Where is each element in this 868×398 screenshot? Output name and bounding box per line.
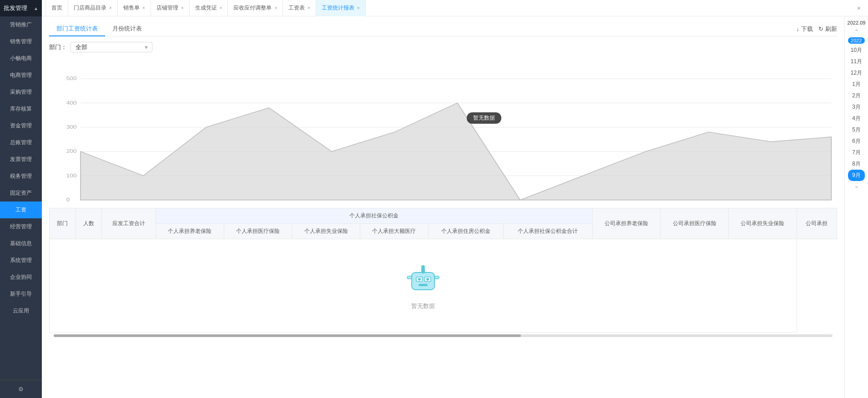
tab-label: 首页 (51, 4, 62, 12)
svg-rect-12 (412, 272, 434, 290)
download-button[interactable]: ↓ 下载 (797, 25, 813, 33)
department-select-wrapper: 全部 ▼ (71, 42, 152, 52)
month-picker-up-button[interactable]: ⌃ (854, 27, 859, 36)
sidebar-item-资金管理[interactable]: 资金管理 (0, 117, 42, 134)
sidebar-header[interactable]: 批发管理 ▲ (0, 0, 42, 16)
empty-state-icon (405, 261, 441, 297)
sidebar-item-企业协同[interactable]: 企业协同 (0, 269, 42, 286)
tab-销售单[interactable]: 销售单× (118, 0, 151, 16)
tab-label: 应收应付调整单 (233, 4, 272, 12)
table-wrapper: 部门 人数 应发工资合计 个人承担社保公积金 公司承担养老保险 公司承担医疗保险… (49, 208, 837, 333)
month-item-4月[interactable]: 4月 (848, 113, 865, 124)
month-item-5月[interactable]: 5月 (848, 124, 865, 136)
month-item-10月[interactable]: 10月 (848, 45, 865, 56)
svg-text:0: 0 (66, 196, 70, 202)
refresh-button[interactable]: ↻ 刷新 (818, 25, 837, 33)
svg-text:500: 500 (66, 75, 77, 81)
sidebar-item-云应用[interactable]: 云应用 (0, 302, 42, 319)
tab-close-icon[interactable]: × (109, 6, 112, 10)
month-item-8月[interactable]: 8月 (848, 158, 865, 170)
tab-工资统计报表[interactable]: 工资统计报表× (316, 0, 366, 16)
sidebar-item-销售管理[interactable]: 销售管理 (0, 33, 42, 50)
col-header-company-pension: 公司承担养老保险 (592, 208, 661, 239)
tab-label: 工资统计报表 (322, 4, 354, 12)
sidebar-settings-button[interactable]: ⚙ (0, 380, 42, 398)
sidebar-item-税务管理[interactable]: 税务管理 (0, 168, 42, 185)
refresh-icon: ↻ (818, 25, 823, 32)
month-items-container: 202210月11月12月1月2月3月4月5月6月7月8月9月 (848, 36, 865, 181)
svg-text:100: 100 (66, 172, 77, 179)
month-item-3月[interactable]: 3月 (848, 101, 865, 113)
tabs-bar: 首页门店商品目录×销售单×店铺管理×生成凭证×应收应付调整单×工资表×工资统计报… (42, 0, 868, 16)
svg-point-19 (421, 265, 425, 269)
sub-tab-部门工资统计表[interactable]: 部门工资统计表 (49, 22, 105, 36)
sidebar-item-基础信息[interactable]: 基础信息 (0, 235, 42, 252)
month-picker-year-label[interactable]: 2022.09 (847, 18, 867, 27)
svg-rect-21 (434, 276, 439, 279)
action-buttons: ↓ 下载 ↻ 刷新 (797, 25, 838, 33)
sidebar-item-新手引导[interactable]: 新手引导 (0, 286, 42, 302)
sidebar-items-container: 营销推广销售管理小畅电商电商管理采购管理库存核算资金管理总账管理发票管理税务管理… (0, 16, 42, 319)
month-item-7月[interactable]: 7月 (848, 147, 865, 158)
tab-label: 店铺管理 (156, 4, 178, 12)
sub-tab-月份统计表[interactable]: 月份统计表 (105, 22, 149, 36)
tab-close-icon[interactable]: × (142, 6, 145, 10)
sidebar-item-小畅电商[interactable]: 小畅电商 (0, 50, 42, 67)
settings-icon: ⚙ (18, 386, 24, 393)
tab-首页[interactable]: 首页 (45, 0, 68, 16)
month-item-1月[interactable]: 1月 (848, 79, 865, 90)
tab-close-icon[interactable]: × (308, 6, 310, 10)
sidebar-item-采购管理[interactable]: 采购管理 (0, 84, 42, 101)
sidebar-item-营销推广[interactable]: 营销推广 (0, 16, 42, 33)
col-header-count: 人数 (76, 208, 102, 239)
tab-店铺管理[interactable]: 店铺管理× (151, 0, 190, 16)
filter-section: 部门： 全部 ▼ (49, 42, 152, 52)
col-header-total: 应发工资合计 (102, 208, 156, 239)
content-area: 部门工资统计表月份统计表 ↓ 下载 ↻ 刷新 部门： (42, 16, 868, 398)
svg-text:200: 200 (66, 148, 77, 154)
year-badge[interactable]: 2022 (848, 37, 865, 44)
sidebar-item-总账管理[interactable]: 总账管理 (0, 134, 42, 151)
tab-工资表[interactable]: 工资表× (283, 0, 316, 16)
tab-label: 销售单 (123, 4, 140, 12)
sidebar-item-系统管理[interactable]: 系统管理 (0, 252, 42, 269)
month-item-11月[interactable]: 11月 (848, 56, 865, 67)
svg-text:300: 300 (66, 124, 77, 130)
data-table: 部门 人数 应发工资合计 个人承担社保公积金 公司承担养老保险 公司承担医疗保险… (49, 208, 837, 333)
empty-state: 暂无数据 (54, 243, 792, 328)
sidebar-item-固定资产[interactable]: 固定资产 (0, 185, 42, 202)
col-header-company-unemployment: 公司承担失业保险 (728, 208, 797, 239)
tab-label: 门店商品目录 (74, 4, 106, 12)
sidebar-item-发票管理[interactable]: 发票管理 (0, 151, 42, 168)
sidebar-item-电商管理[interactable]: 电商管理 (0, 67, 42, 84)
month-item-12月[interactable]: 12月 (848, 67, 865, 79)
month-item-2月[interactable]: 2月 (848, 90, 865, 101)
svg-rect-17 (419, 284, 428, 286)
chart-svg: 0 100 200 300 400 500 (49, 57, 837, 202)
tab-应收应付调整单[interactable]: 应收应付调整单× (228, 0, 283, 16)
month-item-6月[interactable]: 6月 (848, 136, 865, 147)
col-header-personal-pension: 个人承担养老保险 (156, 224, 224, 239)
sidebar-item-经营管理[interactable]: 经营管理 (0, 218, 42, 235)
tab-label: 工资表 (288, 4, 305, 12)
tab-门店商品目录[interactable]: 门店商品目录× (68, 0, 118, 16)
month-picker-down-button[interactable]: ⌄ (854, 181, 859, 190)
sidebar-collapse-icon[interactable]: ▲ (34, 6, 38, 11)
month-item-9月[interactable]: 9月 (848, 170, 865, 181)
close-all-tabs-button[interactable]: × (853, 5, 864, 12)
tab-close-icon[interactable]: × (220, 6, 222, 10)
tab-close-icon[interactable]: × (357, 6, 360, 10)
col-header-personal-large-medical: 个人承担大额医疗 (360, 224, 429, 239)
department-select[interactable]: 全部 (71, 42, 152, 52)
filter-row: 部门： 全部 ▼ (49, 42, 837, 52)
tab-close-icon[interactable]: × (181, 6, 184, 10)
empty-text: 暂无数据 (411, 302, 435, 310)
horizontal-scrollbar[interactable] (54, 334, 833, 337)
sidebar-item-库存核算[interactable]: 库存核算 (0, 101, 42, 117)
sidebar-item-工资[interactable]: 工资 (0, 202, 42, 218)
tab-label: 生成凭证 (195, 4, 217, 12)
filter-label: 部门： (49, 43, 67, 51)
tab-close-icon[interactable]: × (274, 6, 277, 10)
page-content: 部门工资统计表月份统计表 ↓ 下载 ↻ 刷新 部门： (42, 16, 844, 398)
tab-生成凭证[interactable]: 生成凭证× (190, 0, 228, 16)
